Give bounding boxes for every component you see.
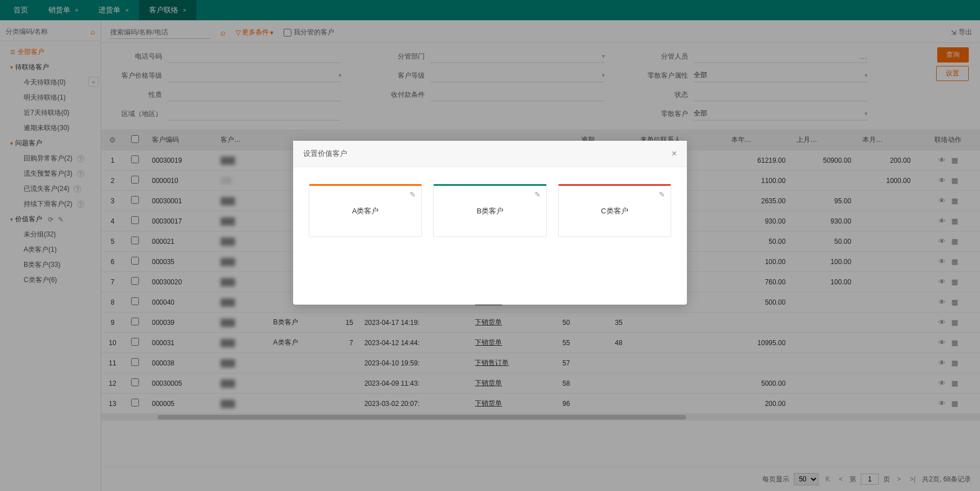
card-a-customer[interactable]: ✎ A类客户 xyxy=(309,184,422,237)
modal-overlay: 设置价值客户 × ✎ A类客户 ✎ B类客户 ✎ C类客户 xyxy=(0,0,980,491)
card-c-customer[interactable]: ✎ C类客户 xyxy=(558,184,671,237)
edit-icon[interactable]: ✎ xyxy=(534,190,541,199)
edit-icon[interactable]: ✎ xyxy=(410,190,416,199)
modal-body: ✎ A类客户 ✎ B类客户 ✎ C类客户 xyxy=(293,167,687,305)
edit-icon[interactable]: ✎ xyxy=(659,190,665,199)
close-icon[interactable]: × xyxy=(672,149,677,159)
modal-header: 设置价值客户 × xyxy=(293,141,687,167)
modal-title: 设置价值客户 xyxy=(303,149,347,159)
card-b-customer[interactable]: ✎ B类客户 xyxy=(433,184,546,237)
value-customer-modal: 设置价值客户 × ✎ A类客户 ✎ B类客户 ✎ C类客户 xyxy=(293,141,687,305)
